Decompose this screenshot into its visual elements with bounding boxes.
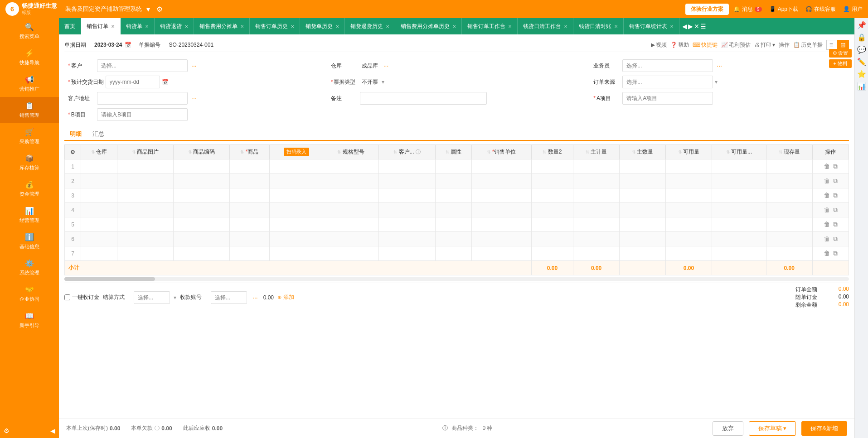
- order-source-input[interactable]: [622, 76, 713, 88]
- list-view-button[interactable]: ≡: [826, 40, 836, 50]
- print-button[interactable]: 🖨 打印 ▾: [754, 41, 775, 49]
- scroll-thumb[interactable]: [64, 277, 155, 281]
- tab-summary[interactable]: 汇总: [87, 128, 110, 140]
- tab-close-icon[interactable]: ✕: [111, 24, 115, 29]
- horizontal-scrollbar[interactable]: [64, 277, 849, 281]
- calendar2-icon[interactable]: 📅: [162, 79, 169, 85]
- row-delete-button[interactable]: 🗑: [823, 249, 831, 258]
- customer-dots-button[interactable]: ···: [189, 62, 199, 69]
- save-draft-dropdown-icon[interactable]: ▾: [783, 425, 786, 432]
- nav-tab-7[interactable]: 销货退货历史✕: [345, 18, 395, 34]
- sidebar-item-1[interactable]: ⚡快捷导航: [0, 44, 59, 71]
- nav-tab-2[interactable]: 销货单✕: [121, 18, 155, 34]
- nav-tab-3[interactable]: 销货退货✕: [155, 18, 194, 34]
- a-project-input[interactable]: [622, 92, 713, 105]
- print-dropdown-icon[interactable]: ▾: [772, 42, 775, 48]
- tab-close-icon[interactable]: ✕: [335, 24, 339, 29]
- calendar-icon[interactable]: 📅: [125, 42, 131, 48]
- row-copy-button[interactable]: ⧉: [832, 234, 839, 244]
- nav-tab-9[interactable]: 销售订单工作台✕: [462, 18, 518, 34]
- right-icon-3[interactable]: 💬: [857, 45, 866, 54]
- row-delete-button[interactable]: 🗑: [823, 162, 831, 171]
- tab-detail[interactable]: 明细: [64, 128, 87, 141]
- settle-method-input[interactable]: [134, 291, 170, 304]
- sidebar-item-11[interactable]: 📖新手引导: [0, 307, 59, 333]
- addr-dots-button[interactable]: ···: [189, 95, 199, 102]
- row-copy-button[interactable]: ⧉: [832, 162, 839, 171]
- view-video-button[interactable]: ▶ 视频: [651, 41, 667, 49]
- tab-menu-icon[interactable]: ☰: [700, 23, 706, 30]
- remark-input[interactable]: [360, 92, 487, 105]
- sidebar-item-10[interactable]: 🤝企业协同: [0, 281, 59, 307]
- add-button[interactable]: ⊕ 添加: [277, 294, 294, 301]
- grid-view-button[interactable]: ⊞: [837, 40, 849, 50]
- sidebar-item-0[interactable]: 🔍搜索菜单: [0, 18, 59, 44]
- tab-close-icon[interactable]: ✕: [386, 24, 389, 29]
- sidebar-item-7[interactable]: 📊经营管理: [0, 202, 59, 228]
- tab-next-arrow[interactable]: ▶: [688, 23, 693, 30]
- operation-button[interactable]: 操作: [779, 41, 790, 49]
- sidebar-item-5[interactable]: 📦库存核算: [0, 149, 59, 176]
- salesperson-dots-button[interactable]: ···: [715, 62, 724, 69]
- tab-close-icon[interactable]: ✕: [452, 24, 456, 29]
- row-copy-button[interactable]: ⧉: [832, 191, 839, 200]
- help-button[interactable]: ❓ 帮助: [670, 41, 689, 49]
- nav-tab-4[interactable]: 销售费用分摊单✕: [194, 18, 250, 34]
- ticket-dropdown-icon[interactable]: ▾: [382, 79, 384, 85]
- tab-close-icon[interactable]: ✕: [508, 24, 512, 29]
- nav-tab-6[interactable]: 销货单历史✕: [300, 18, 345, 34]
- nav-tab-0[interactable]: 首页: [59, 18, 81, 34]
- b-project-input[interactable]: [97, 108, 188, 121]
- customer-addr-input[interactable]: [97, 92, 188, 105]
- nav-tab-11[interactable]: 钱货日清对账✕: [573, 18, 624, 34]
- settings-gear-icon[interactable]: ⚙: [156, 5, 163, 14]
- app-download-button[interactable]: 📱 App下载: [769, 5, 798, 13]
- add-material-button[interactable]: + 物料: [829, 59, 852, 68]
- sidebar-item-9[interactable]: ⚙️系统管理: [0, 255, 59, 281]
- auto-settle-checkbox[interactable]: [64, 294, 70, 300]
- customer-input[interactable]: [97, 59, 188, 72]
- save-draft-button[interactable]: 保存草稿 ▾: [749, 421, 796, 436]
- row-delete-button[interactable]: 🗑: [823, 220, 831, 229]
- tab-close-icon[interactable]: ✕: [564, 24, 567, 29]
- tab-close-icon[interactable]: ✕: [614, 24, 618, 29]
- sidebar-item-4[interactable]: 🛒采购管理: [0, 123, 59, 149]
- account-input[interactable]: [211, 291, 247, 304]
- settings-button[interactable]: ⚙ 设置: [829, 49, 852, 58]
- right-icon-1[interactable]: 📌: [857, 21, 866, 29]
- nav-tab-1[interactable]: 销售订单✕: [81, 18, 121, 34]
- delivery-date-input[interactable]: [106, 76, 160, 88]
- nav-tab-8[interactable]: 销售费用分摊单历史✕: [395, 18, 462, 34]
- account-dots-button[interactable]: ···: [251, 294, 260, 301]
- sidebar-item-3[interactable]: 📋销售管理: [0, 97, 59, 123]
- settings-icon[interactable]: ⚙: [4, 427, 10, 434]
- right-icon-5[interactable]: ⭐: [857, 70, 866, 78]
- right-icon-2[interactable]: 🔒: [857, 33, 866, 42]
- sidebar-item-6[interactable]: 💰资金管理: [0, 176, 59, 202]
- row-copy-button[interactable]: ⧉: [832, 176, 839, 186]
- right-icon-6[interactable]: 📊: [857, 82, 866, 91]
- nav-tab-10[interactable]: 钱货日清工作台✕: [518, 18, 573, 34]
- industry-solution-button[interactable]: 体验行业方案: [685, 4, 729, 15]
- row-delete-button[interactable]: 🗑: [823, 191, 831, 200]
- order-source-dropdown-icon[interactable]: ▾: [715, 79, 718, 85]
- scan-button[interactable]: 扫码录入: [284, 148, 309, 156]
- tab-close-icon[interactable]: ✕: [670, 24, 674, 29]
- save-new-button[interactable]: 保存&新增: [801, 421, 847, 436]
- settle-dropdown-icon[interactable]: ▾: [174, 294, 176, 301]
- right-icon-4[interactable]: ✏️: [857, 58, 866, 66]
- row-delete-button[interactable]: 🗑: [823, 234, 831, 243]
- row-copy-button[interactable]: ⧉: [832, 205, 839, 215]
- tab-close-icon[interactable]: ✕: [240, 24, 244, 29]
- tab-prev-arrow[interactable]: ◀: [682, 23, 687, 30]
- row-copy-button[interactable]: ⧉: [832, 249, 839, 258]
- nav-tab-12[interactable]: 销售订单统计表✕: [624, 18, 679, 34]
- tab-close-icon[interactable]: ✕: [291, 24, 294, 29]
- notification-button[interactable]: 🔔 消息 9: [733, 5, 762, 13]
- warehouse-dots-button[interactable]: ···: [382, 62, 391, 69]
- row-delete-button[interactable]: 🗑: [823, 205, 831, 214]
- tab-close-icon[interactable]: ✕: [184, 24, 188, 29]
- profit-button[interactable]: 📈 毛利预估: [721, 41, 751, 49]
- sidebar-item-8[interactable]: ℹ️基础信息: [0, 228, 59, 255]
- col-settings[interactable]: ⚙: [65, 145, 81, 159]
